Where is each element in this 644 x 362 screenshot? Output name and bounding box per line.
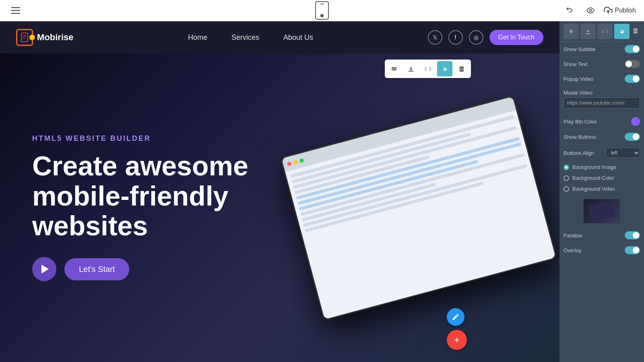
logo-text: Mobirise [37, 32, 73, 43]
download-button[interactable] [403, 61, 419, 76]
top-toolbar: Publish [0, 0, 644, 21]
panel-delete-tab[interactable] [631, 26, 640, 37]
preview-button[interactable] [583, 5, 598, 16]
bg-thumbnail-container [564, 194, 640, 228]
publish-button[interactable]: Publish [604, 6, 636, 15]
bg-video-row: Background Video [564, 183, 640, 194]
show-buttons-label: Show Buttons [564, 134, 596, 140]
modal-video-row: Modal Video [564, 86, 640, 114]
buttons-align-row: Buttons Align left center right [564, 144, 640, 162]
twitter-icon[interactable]: 𝕏 [428, 30, 442, 45]
panel-content: Show Subtitle Show Text Popup Video Moda… [559, 42, 644, 362]
thumbnail-laptop [588, 201, 615, 221]
add-fab-button[interactable]: + [447, 330, 467, 350]
svg-rect-6 [392, 67, 396, 68]
svg-rect-9 [409, 71, 413, 72]
hero-title-line1: Create awesome [32, 150, 248, 181]
show-buttons-row: Show Buttons [564, 130, 640, 144]
toolbar-right: Publish [563, 5, 636, 16]
site-logo: Mobirise [16, 29, 73, 46]
hero-section: HTML5 WEBSITE BUILDER Create awesome mob… [0, 53, 559, 362]
main-area: Mobirise Home Services About Us 𝕏 f ◎ Ge… [0, 21, 644, 362]
logo-icon [16, 29, 33, 46]
popup-video-toggle[interactable] [625, 75, 640, 83]
parallax-toggle[interactable] [625, 231, 640, 239]
hero-content: HTML5 WEBSITE BUILDER Create awesome mob… [32, 134, 314, 281]
hamburger-icon [11, 7, 20, 14]
bg-image-row: Background Image [564, 162, 640, 173]
hero-buttons: Let's Start [32, 257, 314, 281]
gear-button[interactable] [437, 61, 452, 76]
laptop-visual [280, 95, 557, 321]
panel-download-tab[interactable] [580, 24, 596, 39]
laptop-body [285, 110, 556, 319]
svg-rect-7 [392, 68, 396, 69]
svg-point-0 [589, 10, 591, 12]
show-subtitle-label: Show Subtitle [564, 46, 596, 52]
show-text-toggle[interactable] [625, 60, 640, 68]
panel-code-tab[interactable] [597, 24, 613, 39]
overlay-toggle[interactable] [625, 246, 640, 254]
lets-start-button[interactable]: Let's Start [64, 258, 129, 280]
panel-toolbar-tabs [559, 21, 644, 42]
bg-color-row: Background Color [564, 173, 640, 183]
bg-color-radio[interactable] [564, 175, 569, 181]
toolbar-center [315, 1, 329, 20]
show-text-row: Show Text [564, 57, 640, 72]
publish-label: Publish [615, 7, 636, 14]
nav-links: Home Services About Us [188, 33, 313, 42]
modal-video-label: Modal Video [564, 90, 592, 96]
overlay-row: Overlay [564, 243, 640, 258]
show-buttons-toggle[interactable] [625, 133, 640, 141]
hero-subtitle: HTML5 WEBSITE BUILDER [32, 134, 314, 143]
show-subtitle-toggle[interactable] [625, 45, 640, 53]
svg-rect-2 [21, 33, 28, 42]
edit-fab-button[interactable] [447, 308, 464, 326]
hamburger-button[interactable] [8, 6, 23, 15]
play-button[interactable] [32, 257, 56, 281]
hero-title: Create awesome mobile-friendly websites [32, 151, 314, 241]
popup-video-label: Popup Video [564, 76, 593, 82]
modal-video-input[interactable] [564, 97, 640, 109]
mobile-preview-icon[interactable] [315, 1, 329, 20]
code-button[interactable] [420, 61, 436, 76]
bg-video-radio[interactable] [564, 186, 569, 192]
bg-image-label: Background Image [572, 164, 616, 170]
play-btn-color-swatch[interactable] [631, 117, 640, 126]
bg-thumbnail[interactable] [584, 199, 620, 223]
show-subtitle-row: Show Subtitle [564, 42, 640, 57]
toolbar-left [8, 6, 23, 15]
bg-video-label: Background Video [572, 186, 615, 192]
laptop-screen [282, 97, 556, 319]
right-panel: Show Subtitle Show Text Popup Video Moda… [559, 21, 644, 362]
instagram-icon[interactable]: ◎ [469, 30, 483, 45]
nav-home[interactable]: Home [188, 33, 207, 42]
buttons-align-label: Buttons Align [564, 150, 594, 156]
undo-button[interactable] [563, 5, 577, 16]
play-btn-color-label: Play Btn Color [564, 119, 597, 125]
nav-about[interactable]: About Us [283, 33, 313, 42]
parallax-label: Parallax [564, 232, 582, 239]
reorder-button[interactable] [386, 61, 402, 76]
nav-right: 𝕏 f ◎ Get In Touch [428, 30, 543, 45]
section-toolbar [385, 60, 471, 78]
overlay-label: Overlay [564, 247, 582, 253]
delete-section-button[interactable] [454, 61, 469, 76]
hero-title-line2: mobile-friendly websites [32, 181, 228, 241]
get-in-touch-button[interactable]: Get In Touch [489, 30, 543, 45]
facebook-icon[interactable]: f [448, 30, 463, 45]
site-nav: Mobirise Home Services About Us 𝕏 f ◎ Ge… [0, 21, 559, 53]
bg-color-label: Background Color [572, 175, 614, 181]
bg-image-radio[interactable] [564, 165, 569, 170]
show-text-label: Show Text [564, 61, 588, 67]
fab-container: + [447, 308, 467, 350]
panel-reorder-tab[interactable] [564, 24, 579, 39]
preview-area: Mobirise Home Services About Us 𝕏 f ◎ Ge… [0, 21, 559, 362]
nav-services[interactable]: Services [231, 33, 259, 42]
play-btn-color-row: Play Btn Color [564, 114, 640, 130]
popup-video-row: Popup Video [564, 72, 640, 86]
svg-rect-8 [392, 70, 396, 70]
buttons-align-select[interactable]: left center right [606, 148, 640, 158]
panel-gear-tab[interactable] [614, 24, 630, 39]
parallax-row: Parallax [564, 228, 640, 243]
